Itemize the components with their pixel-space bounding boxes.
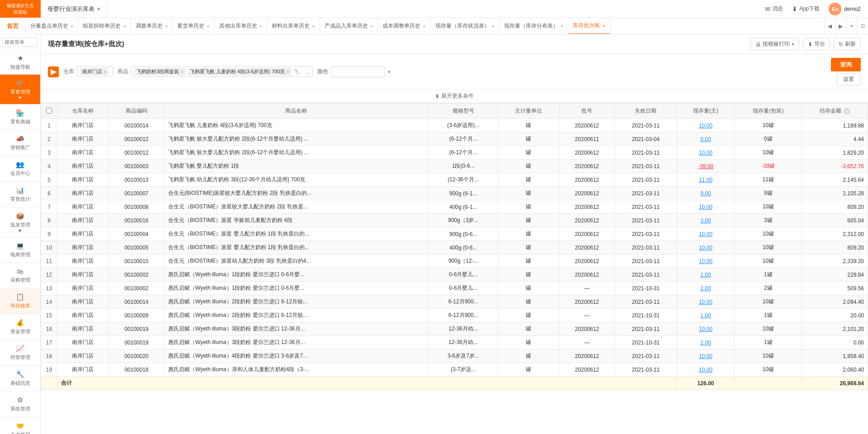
tab-maximize-btn[interactable]: ⊡ xyxy=(857,18,868,34)
product-tag-1: 飞鹤奶粉3段两提装 × xyxy=(134,68,186,75)
tab-yaohuo[interactable]: 要货单历史 × xyxy=(173,18,214,34)
content-area: 现存量查询(按仓库+批次) 🖨 按模板打印 ▾ ⬇ 导出 ↻ 刷新 ▶ xyxy=(41,34,868,434)
app-download-label: App下载 xyxy=(799,5,820,13)
sidebar-item-purchase[interactable]: 🛍 采购管理 xyxy=(0,263,40,288)
warehouse-label: 仓库 xyxy=(63,68,74,75)
basic-icon: 🔧 xyxy=(16,370,24,378)
download-icon: ⬇ xyxy=(792,5,797,13)
tab-close-all-btn[interactable]: × xyxy=(846,18,857,34)
tab-chancheng[interactable]: 产成品入库单历史 × xyxy=(320,18,378,34)
management-icon: 📈 xyxy=(16,344,24,353)
template-print-btn[interactable]: 🖨 按模板打印 ▾ xyxy=(750,38,799,50)
sidebar-item-system[interactable]: ⚙ 系统管理 xyxy=(0,392,40,417)
table-row: 18 南岸门店 00100020 惠氏启赋（Wyeth illuma）4段奶粉 … xyxy=(41,349,868,363)
tab-chengben[interactable]: 成本调整单历史 × xyxy=(378,18,430,34)
sidebar-item-basic[interactable]: 🔧 基础信息 xyxy=(0,366,40,392)
tab-zuzhuang[interactable]: 组装拆卸单历史 × xyxy=(78,18,131,34)
tab-prev-btn[interactable]: ◀ xyxy=(825,18,835,34)
message-icon: ✉ xyxy=(765,5,770,13)
col-code: 商品编码 xyxy=(108,104,164,119)
close-tab-icon[interactable]: × xyxy=(259,24,262,29)
warehouse-tag-remove-icon[interactable]: × xyxy=(104,69,106,75)
warehouse-tag-container[interactable]: 南岸门店 × xyxy=(77,66,113,77)
close-tab-icon[interactable]: × xyxy=(123,24,126,29)
select-all-checkbox[interactable] xyxy=(46,108,52,113)
close-tab-icon[interactable]: × xyxy=(492,24,495,29)
product-tag-container[interactable]: 飞鹤奶粉3段两提装 × 飞鹤星飞帆 儿童奶粉 4段(3-6岁适用) 700克 ×… xyxy=(131,66,313,77)
sidebar-item-ecom[interactable]: 💻 电商管理 xyxy=(0,237,40,263)
table-row: 5 南岸门店 00100013 飞鹤星飞帆 幼儿配方奶粉 3段(12-36个月幼… xyxy=(41,173,868,187)
tab-chuku[interactable]: 其他出库单历史 × xyxy=(215,18,267,34)
logo[interactable]: 畅捷通好生意 标题版 xyxy=(0,0,41,18)
tab-kucun-dist[interactable]: 现存量（库存分布表） × xyxy=(500,18,568,34)
sidebar-item-retail-stats[interactable]: 📊 零售统计 xyxy=(0,182,40,208)
refresh-icon: ↻ xyxy=(839,41,843,47)
settings-btn[interactable]: 设置 xyxy=(836,73,861,85)
col-spec: 规格型号 xyxy=(428,104,498,119)
export-btn[interactable]: ⬇ 导出 xyxy=(803,38,830,50)
close-tab-icon[interactable]: × xyxy=(165,24,168,29)
user-avatar-area[interactable]: Ea demo2 xyxy=(829,3,861,15)
table-row: 8 南岸门店 00100016 合生元（BIOSTIME）派星 学龄前儿童配方奶… xyxy=(41,214,868,227)
table-row: 14 南岸门店 00100014 惠氏启赋（Wyeth illuma）2段奶粉 … xyxy=(41,295,868,309)
sidebar-item-retail[interactable]: 🛒 零售管理 ▶ xyxy=(0,75,40,104)
sidebar-item-wholesale[interactable]: 📦 批发管理 ▶ xyxy=(0,208,40,237)
table-row: 10 南岸门店 00100005 合生元（BIOSTIME）派星 婴儿配方奶粉 … xyxy=(41,241,868,255)
industry-selector[interactable]: 母婴行业演示库表 ▾ xyxy=(41,0,108,18)
tab-diaopo[interactable]: 调拨单历史 × xyxy=(131,18,173,34)
tab-fenliang[interactable]: 分量盘点单历史 × xyxy=(26,18,78,34)
app-download-btn[interactable]: ⬇ App下载 xyxy=(792,5,820,13)
filter-bar: ▶ 仓库 南岸门店 × 商品 飞鹤奶粉3段两提装 × xyxy=(41,54,868,90)
expand-more-btn[interactable]: ⬇ 展开更多条件 xyxy=(431,91,477,101)
col-checkbox xyxy=(41,104,57,119)
tab-next-btn[interactable]: ▶ xyxy=(835,18,846,34)
color-label: 颜色 xyxy=(317,68,328,75)
tab-cailiao[interactable]: 材料出库单历史 × xyxy=(267,18,320,34)
product-filter: 商品 飞鹤奶粉3段两提装 × 飞鹤星飞帆 儿童奶粉 4段(3-6岁适用) 700… xyxy=(118,66,313,77)
product-tag1-remove-icon[interactable]: × xyxy=(180,69,183,75)
inventory-icon: 📋 xyxy=(16,293,24,301)
table-row: 15 南岸门店 00100009 惠氏启赋（Wyeth illuma）2段奶粉 … xyxy=(41,309,868,322)
close-tab-icon[interactable]: × xyxy=(71,24,73,29)
sidebar-item-mall[interactable]: 🏪 零售商城 xyxy=(0,104,40,130)
close-tab-icon[interactable]: × xyxy=(370,24,373,29)
system-icon: ⚙ xyxy=(17,396,23,404)
search-input[interactable] xyxy=(2,37,38,47)
footer-amount: 26,968.64 xyxy=(802,377,868,390)
footer-label: 合计 xyxy=(57,377,677,390)
sidebar-item-management[interactable]: 📈 经营管理 xyxy=(0,340,40,366)
sidebar-item-marketing[interactable]: 📣 营销推广 xyxy=(0,130,40,156)
product-label: 商品 xyxy=(118,68,128,75)
filter-expand-btn[interactable]: ▶ xyxy=(48,66,59,77)
close-tab-icon[interactable]: × xyxy=(312,24,315,29)
sidebar-item-finance[interactable]: 💰 资金管理 xyxy=(0,314,40,340)
warehouse-filter: 仓库 南岸门店 × xyxy=(63,66,113,77)
tab-pici-active[interactable]: 库存批次账 × xyxy=(568,18,610,34)
tab-home[interactable]: 首页 xyxy=(0,18,26,34)
close-tab-active-icon[interactable]: × xyxy=(602,23,605,28)
sidebar-item-inventory[interactable]: 📋 库存核算 xyxy=(0,288,40,314)
tab-kucun-status[interactable]: 现存量（库存状况表） × xyxy=(431,18,500,34)
product-tag2-remove-icon[interactable]: × xyxy=(286,69,289,75)
table-row: 6 南岸门店 00100007 合生元(BIOSTIME)派星较大婴儿配方奶粉 … xyxy=(41,187,868,200)
export-icon: ⬇ xyxy=(808,41,812,47)
close-tab-icon[interactable]: × xyxy=(207,24,209,29)
message-btn[interactable]: ✉ 消息 xyxy=(765,5,783,13)
sidebar-item-enterprise[interactable]: 🤝 企业协同 xyxy=(0,417,40,434)
enterprise-icon: 🤝 xyxy=(16,422,24,430)
table-row: 9 南岸门店 00100004 合生元（BIOSTIME）派星 婴儿配方奶粉 1… xyxy=(41,227,868,241)
quick-nav-item[interactable]: ★ 快捷导航 xyxy=(0,50,40,75)
page-header: 现存量查询(按仓库+批次) 🖨 按模板打印 ▾ ⬇ 导出 ↻ 刷新 xyxy=(41,34,868,54)
table-container[interactable]: 仓库名称 商品编码 商品名称 规格型号 主计量单位 批号 失效日期 现存量(主)… xyxy=(41,103,868,434)
close-tab-icon[interactable]: × xyxy=(561,24,563,29)
col-unit: 主计量单位 xyxy=(498,104,559,119)
expand-more-icon: ⬇ xyxy=(435,93,439,99)
refresh-btn[interactable]: ↻ 刷新 xyxy=(834,38,861,50)
query-btn[interactable]: 查询 xyxy=(831,58,861,71)
chevron-down-icon: ▾ xyxy=(97,5,100,12)
close-tab-icon[interactable]: × xyxy=(423,24,425,29)
amount-info-icon[interactable]: ⓘ xyxy=(844,108,850,114)
printer-icon: 🖨 xyxy=(755,41,761,47)
sidebar-item-member[interactable]: 👥 会员中心 xyxy=(0,156,40,182)
color-input[interactable] xyxy=(331,66,385,77)
